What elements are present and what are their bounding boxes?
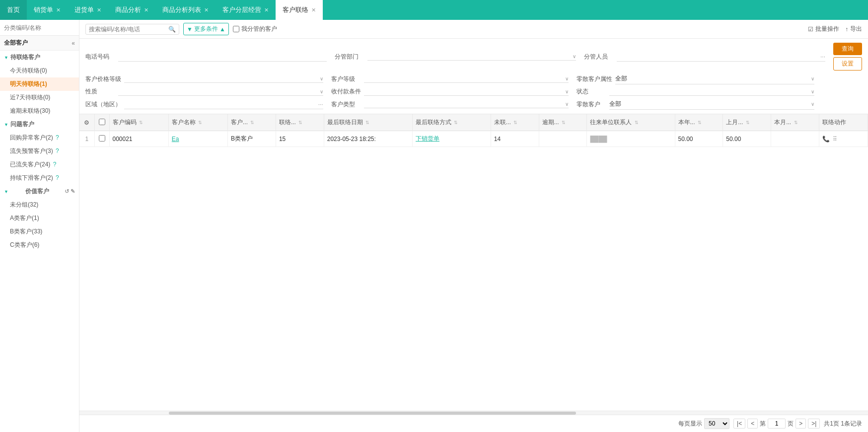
price-level-select[interactable]: ∨ bbox=[124, 75, 323, 83]
sidebar-item-lost[interactable]: 已流失客户(24) ? bbox=[0, 158, 79, 171]
sidebar-item-c-class[interactable]: C类客户(6) bbox=[0, 238, 79, 252]
sidebar-search-wrap: 🔍 bbox=[0, 20, 79, 36]
contact-way-link[interactable]: 下销货单 bbox=[416, 135, 439, 142]
col-last-contact-way[interactable]: 最后联络方式 ⇅ bbox=[413, 114, 491, 131]
nav-purchase-order[interactable]: 进货单 ✕ bbox=[68, 0, 108, 20]
nav-product-analysis-list[interactable]: 商品分析列表 ✕ bbox=[155, 0, 216, 20]
gear-icon[interactable]: ⚙ bbox=[84, 119, 89, 126]
sidebar-item-week[interactable]: 近7天待联络(0) bbox=[0, 91, 79, 104]
my-customers-checkbox-wrap[interactable]: 我分管的客户 bbox=[233, 25, 277, 33]
customer-name-link[interactable]: Ea bbox=[172, 136, 179, 143]
close-purchase-order[interactable]: ✕ bbox=[97, 7, 101, 13]
col-no-contact[interactable]: 未联... ⇅ bbox=[491, 114, 539, 131]
price-level-label: 客户价格等级 bbox=[85, 75, 121, 83]
all-customers-header[interactable]: 全部客户 « bbox=[0, 36, 79, 51]
more-filter-button[interactable]: ▼ 更多条件 ▲ bbox=[183, 23, 229, 35]
manage-dept-label: 分管部门 bbox=[335, 53, 364, 61]
col-this-year[interactable]: 本年... ⇅ bbox=[675, 114, 723, 131]
horizontal-scrollbar[interactable] bbox=[79, 411, 868, 415]
group-problem-customers[interactable]: 问题客户 bbox=[0, 118, 79, 131]
cell-name[interactable]: Ea bbox=[168, 131, 227, 147]
filter-retail-customer: 零散客户 全部 ∨ bbox=[577, 99, 814, 110]
group-value-customers[interactable]: 价值客户 ↺ ✎ bbox=[0, 185, 79, 198]
customer-type-select[interactable]: ∨ bbox=[364, 100, 569, 108]
select-all-checkbox[interactable] bbox=[99, 119, 105, 125]
query-button[interactable]: 查询 bbox=[833, 43, 862, 55]
action-more-icon[interactable]: ⠿ bbox=[833, 136, 837, 143]
phone-input[interactable] bbox=[118, 52, 327, 62]
sidebar-search-input[interactable] bbox=[4, 24, 78, 31]
col-checkbox[interactable] bbox=[94, 114, 109, 131]
sort-icon-this-month: ⇅ bbox=[794, 120, 798, 125]
sort-icon-last-month: ⇅ bbox=[746, 120, 750, 125]
close-product-analysis[interactable]: ✕ bbox=[144, 7, 148, 13]
scrollbar-thumb[interactable] bbox=[169, 412, 576, 415]
cell-checkbox[interactable] bbox=[94, 131, 109, 147]
nav-product-analysis[interactable]: 商品分析 ✕ bbox=[108, 0, 155, 20]
collapse-icon[interactable]: « bbox=[72, 40, 75, 47]
group-pending-contact[interactable]: 待联络客户 bbox=[0, 51, 79, 64]
col-last-contact-date[interactable]: 最后联络日期 ⇅ bbox=[324, 114, 412, 131]
sidebar-item-a-class[interactable]: A类客户(1) bbox=[0, 212, 79, 225]
filter-payment-terms: 收付款条件 ∨ bbox=[331, 87, 569, 96]
cell-prev-contact: ████ bbox=[587, 131, 675, 147]
col-code[interactable]: 客户编码 ⇅ bbox=[109, 114, 168, 131]
filter-status: 状态 ∨ bbox=[577, 87, 814, 96]
region-select[interactable]: ··· bbox=[124, 100, 323, 109]
col-this-month[interactable]: 本月... ⇅ bbox=[771, 114, 819, 131]
row-checkbox[interactable] bbox=[99, 135, 105, 142]
retail-customer-value: 全部 bbox=[609, 100, 621, 108]
sidebar-item-overdue[interactable]: 逾期未联络(30) bbox=[0, 104, 79, 118]
nav-customer-contact[interactable]: 客户联络 ✕ bbox=[276, 0, 323, 20]
manage-dept-select[interactable]: ∨ bbox=[367, 53, 576, 61]
reset-button[interactable]: 设置 bbox=[833, 57, 862, 71]
search-input[interactable] bbox=[89, 26, 168, 33]
checkbox-icon: ☑ bbox=[808, 26, 813, 33]
first-page-button[interactable]: |< bbox=[733, 419, 745, 429]
page-input[interactable] bbox=[768, 419, 786, 429]
customer-level-select[interactable]: ∨ bbox=[364, 75, 569, 83]
export-button[interactable]: ↑ 导出 bbox=[845, 25, 862, 33]
close-product-analysis-list[interactable]: ✕ bbox=[204, 7, 209, 13]
retail-customer-select[interactable]: 全部 ∨ bbox=[609, 99, 814, 110]
retail-attr-select[interactable]: 全部 ∨ bbox=[615, 73, 814, 84]
col-gear[interactable]: ⚙ bbox=[79, 114, 94, 131]
nav-sales-order[interactable]: 销货单 ✕ bbox=[27, 0, 68, 20]
col-type[interactable]: 客户... ⇅ bbox=[228, 114, 276, 131]
last-page-button[interactable]: >| bbox=[808, 419, 820, 429]
action-phone-icon[interactable]: 📞 bbox=[822, 136, 830, 143]
sidebar-item-tomorrow[interactable]: 明天待联络(1) bbox=[0, 77, 79, 91]
payment-terms-select[interactable]: ∨ bbox=[364, 88, 569, 96]
search-button[interactable]: 🔍 bbox=[168, 26, 176, 33]
col-last-month[interactable]: 上月... ⇅ bbox=[723, 114, 771, 131]
manage-person-select[interactable]: ··· bbox=[617, 52, 825, 62]
sidebar-item-ungrouped[interactable]: 未分组(32) bbox=[0, 198, 79, 212]
col-prev-contact[interactable]: 往来单位联系人 ⇅ bbox=[587, 114, 675, 131]
col-overdue[interactable]: 逾期... ⇅ bbox=[539, 114, 587, 131]
sidebar-item-b-class[interactable]: B类客户(33) bbox=[0, 225, 79, 238]
main-layout: 🔍 全部客户 « 待联络客户 今天待联络(0) 明天待联络(1) 近7天待联络(… bbox=[0, 20, 868, 432]
per-page-dropdown[interactable]: 50 100 200 bbox=[704, 418, 729, 429]
cell-last-contact-way[interactable]: 下销货单 bbox=[413, 131, 491, 147]
sidebar-item-lost-risk[interactable]: 流失预警客户(3) ? bbox=[0, 144, 79, 158]
col-contact[interactable]: 联络... ⇅ bbox=[276, 114, 324, 131]
my-customers-checkbox[interactable] bbox=[233, 26, 239, 32]
close-customer-tier[interactable]: ✕ bbox=[264, 7, 269, 13]
sidebar-item-today[interactable]: 今天待联络(0) bbox=[0, 64, 79, 77]
nature-select[interactable]: ∨ bbox=[118, 88, 323, 96]
batch-op-label: 批量操作 bbox=[815, 25, 839, 33]
status-select[interactable]: ∨ bbox=[609, 88, 814, 96]
cell-code: 000021 bbox=[109, 131, 168, 147]
nav-customer-tier[interactable]: 客户分层经营 ✕ bbox=[216, 0, 276, 20]
sidebar-item-continuous-down[interactable]: 持续下滑客户(2) ? bbox=[0, 171, 79, 185]
batch-op-button[interactable]: ☑ 批量操作 bbox=[808, 25, 839, 33]
col-name[interactable]: 客户名称 ⇅ bbox=[168, 114, 227, 131]
prev-page-button[interactable]: < bbox=[747, 419, 758, 429]
filter-customer-level: 客户等级 ∨ bbox=[331, 75, 569, 83]
close-sales-order[interactable]: ✕ bbox=[56, 7, 61, 13]
cell-action: 📞 ⠿ bbox=[819, 131, 868, 147]
sidebar-item-repurchase-abnormal[interactable]: 回购异常客户(2) ? bbox=[0, 131, 79, 144]
close-customer-contact[interactable]: ✕ bbox=[311, 7, 316, 13]
nav-home[interactable]: 首页 bbox=[0, 0, 27, 20]
next-page-button[interactable]: > bbox=[796, 419, 806, 429]
